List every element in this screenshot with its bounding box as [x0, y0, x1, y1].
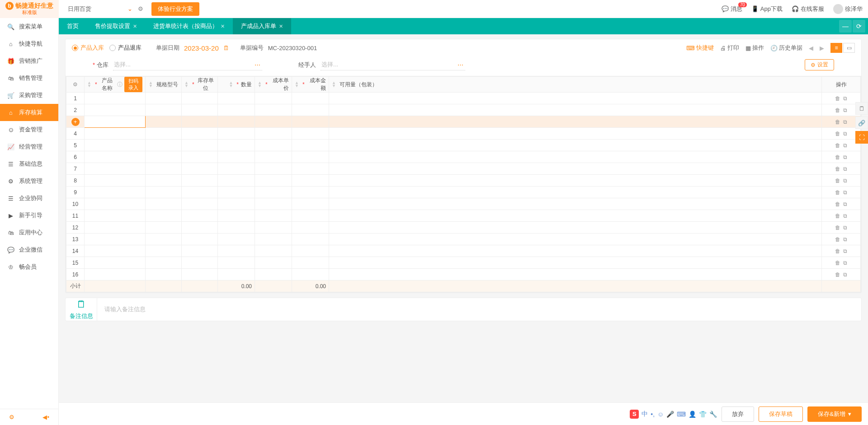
delete-icon[interactable]: 🗑: [835, 166, 840, 172]
remarks-input[interactable]: 请输入备注信息: [97, 298, 861, 321]
delete-icon[interactable]: 🗑: [835, 213, 840, 219]
sidebar-item[interactable]: ⌂库存核算: [0, 104, 58, 121]
table-row[interactable]: 15🗑⧉: [66, 257, 861, 269]
delete-icon[interactable]: 🗑: [835, 142, 840, 149]
user-menu[interactable]: 徐泽华: [833, 4, 863, 14]
table-row[interactable]: 11🗑⧉: [66, 210, 861, 222]
scan-button[interactable]: 扫码录入: [124, 77, 142, 92]
shop-selector[interactable]: 日用百货 ⌄: [68, 5, 132, 13]
delete-icon[interactable]: 🗑: [835, 224, 840, 231]
copy-icon[interactable]: ⧉: [843, 95, 847, 102]
app-download-link[interactable]: 📱 App下载: [751, 5, 783, 13]
add-row-button[interactable]: +: [71, 118, 80, 126]
rail-note-icon[interactable]: 🗒: [855, 102, 868, 115]
table-row[interactable]: 10🗑⧉: [66, 198, 861, 210]
close-icon[interactable]: ✕: [279, 23, 283, 29]
sidebar-item[interactable]: ☰基础信息: [0, 155, 58, 173]
sidebar-item[interactable]: 🔍搜索菜单: [0, 18, 58, 35]
delete-icon[interactable]: 🗑: [835, 248, 840, 254]
copy-icon[interactable]: ⧉: [843, 260, 847, 266]
close-icon[interactable]: ✕: [133, 23, 137, 29]
close-icon[interactable]: ✕: [221, 23, 225, 29]
print-link[interactable]: 🖨打印: [720, 44, 739, 52]
copy-icon[interactable]: ⧉: [843, 142, 847, 149]
sidebar-item[interactable]: ☰企业协同: [0, 190, 58, 207]
table-row[interactable]: 1🗑⧉: [66, 93, 861, 104]
copy-icon[interactable]: ⧉: [843, 248, 847, 254]
delete-icon[interactable]: 🗑: [835, 119, 840, 125]
messages-link[interactable]: 💬 消息 70: [722, 5, 742, 13]
hotkey-link[interactable]: ⌨快捷键: [686, 44, 714, 52]
radio-product-out[interactable]: 产品退库: [109, 44, 142, 52]
table-row[interactable]: +🗑⧉: [66, 116, 861, 128]
copy-icon[interactable]: ⧉: [843, 119, 847, 125]
tab[interactable]: 售价提取设置✕: [87, 18, 145, 34]
copy-icon[interactable]: ⧉: [843, 213, 847, 219]
table-row[interactable]: 6🗑⧉: [66, 151, 861, 163]
ime-punct-icon[interactable]: •,: [651, 411, 655, 418]
copy-icon[interactable]: ⧉: [843, 236, 847, 243]
table-row[interactable]: 5🗑⧉: [66, 140, 861, 151]
sidebar-item[interactable]: ⌂快捷导航: [0, 35, 58, 52]
ime-shirt-icon[interactable]: 👕: [699, 411, 707, 418]
sogou-icon[interactable]: S: [630, 410, 639, 419]
table-row[interactable]: 4🗑⧉: [66, 128, 861, 140]
copy-icon[interactable]: ⧉: [843, 271, 847, 278]
industry-plan-button[interactable]: 体验行业方案: [151, 2, 199, 16]
help-icon[interactable]: ⓘ: [117, 81, 123, 89]
gear-icon[interactable]: ⚙: [73, 81, 78, 88]
radio-product-in[interactable]: 产品入库: [72, 44, 104, 52]
sidebar-item[interactable]: 🛍应用中心: [0, 224, 58, 241]
ime-lang[interactable]: 中: [642, 410, 648, 418]
copy-icon[interactable]: ⧉: [843, 107, 847, 113]
sidebar-item[interactable]: ♔畅会员: [0, 258, 58, 276]
sidebar-item[interactable]: ⊙资金管理: [0, 121, 58, 138]
table-row[interactable]: 7🗑⧉: [66, 163, 861, 175]
table-row[interactable]: 9🗑⧉: [66, 187, 861, 198]
delete-icon[interactable]: 🗑: [835, 260, 840, 266]
delete-icon[interactable]: 🗑: [835, 95, 840, 102]
operate-link[interactable]: ▦操作: [745, 44, 764, 52]
ime-smile-icon[interactable]: ☺: [657, 411, 664, 418]
collapse-icon[interactable]: ◀•: [42, 414, 49, 420]
tab-refresh-button[interactable]: ⟳: [853, 20, 865, 33]
warehouse-picker[interactable]: 选择... ⋯: [113, 59, 262, 70]
sidebar-item[interactable]: 📈经营管理: [0, 138, 58, 155]
delete-icon[interactable]: 🗑: [835, 201, 840, 207]
copy-icon[interactable]: ⧉: [843, 201, 847, 207]
copy-icon[interactable]: ⧉: [843, 166, 847, 172]
ime-mic-icon[interactable]: 🎤: [666, 411, 674, 418]
tab[interactable]: 首页: [59, 18, 87, 34]
calendar-icon[interactable]: 🗓: [223, 45, 229, 51]
ime-person-icon[interactable]: 👤: [689, 411, 696, 418]
date-value[interactable]: 2023-03-20: [184, 44, 219, 52]
sidebar-item[interactable]: 🛍销售管理: [0, 70, 58, 87]
copy-icon[interactable]: ⧉: [843, 177, 847, 184]
view-list-button[interactable]: ≡: [830, 43, 842, 53]
tab[interactable]: 产成品入库单✕: [233, 18, 291, 34]
view-card-button[interactable]: ▭: [843, 43, 855, 53]
delete-icon[interactable]: 🗑: [835, 131, 840, 137]
sidebar-item[interactable]: 🛒采购管理: [0, 87, 58, 104]
table-row[interactable]: 2🗑⧉: [66, 104, 861, 116]
copy-icon[interactable]: ⧉: [843, 131, 847, 137]
handler-picker[interactable]: 选择... ⋯: [321, 59, 465, 70]
copy-icon[interactable]: ⧉: [843, 189, 847, 196]
ime-keyboard-icon[interactable]: ⌨: [677, 411, 686, 418]
sidebar-item[interactable]: 💬企业微信: [0, 241, 58, 258]
gear-icon[interactable]: ⚙: [138, 5, 143, 12]
copy-icon[interactable]: ⧉: [843, 224, 847, 231]
rail-expand-icon[interactable]: ⛶: [855, 131, 868, 144]
online-service-link[interactable]: 🎧 在线客服: [792, 5, 824, 13]
discard-button[interactable]: 放弃: [722, 406, 754, 422]
settings-button[interactable]: ⚙ 设置: [805, 59, 834, 70]
delete-icon[interactable]: 🗑: [835, 236, 840, 243]
delete-icon[interactable]: 🗑: [835, 189, 840, 196]
sidebar-item[interactable]: 🎁营销推广: [0, 52, 58, 70]
next-doc-button[interactable]: ▶: [820, 45, 824, 51]
sidebar-item[interactable]: ⚙系统管理: [0, 173, 58, 190]
delete-icon[interactable]: 🗑: [835, 107, 840, 113]
table-row[interactable]: 8🗑⧉: [66, 175, 861, 187]
table-row[interactable]: 14🗑⧉: [66, 245, 861, 257]
table-row[interactable]: 12🗑⧉: [66, 222, 861, 234]
